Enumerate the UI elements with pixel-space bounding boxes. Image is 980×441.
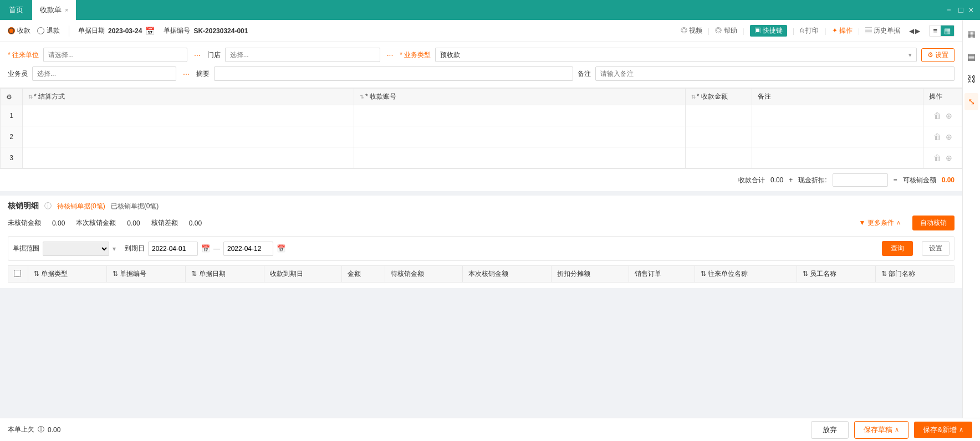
employee-input[interactable]: [32, 66, 176, 81]
date-from-calendar-icon[interactable]: 📅: [201, 244, 210, 253]
store-label: 门店: [207, 50, 221, 60]
row1-remark[interactable]: [752, 105, 923, 126]
row1-copy-icon[interactable]: ⊕: [946, 111, 952, 120]
nav-home[interactable]: 首页: [0, 0, 32, 20]
row2-copy-icon[interactable]: ⊕: [946, 132, 952, 141]
row3-delete-icon[interactable]: 🗑: [933, 153, 941, 162]
this-doc-info-icon[interactable]: ⓘ: [38, 425, 44, 434]
col-pending-amount: 待核销金额: [385, 266, 462, 283]
row1-actions: 🗑 ⊕: [923, 105, 962, 126]
writeoff-stats: 未核销金额 0.00 本次核销金额 0.00 核销差额 0.00 ▼ 更多条件 …: [8, 216, 955, 230]
calendar-icon[interactable]: 📅: [145, 27, 155, 35]
help-btn[interactable]: ◎ 帮助: [715, 26, 737, 35]
row1-delete-icon[interactable]: 🗑: [933, 111, 941, 120]
row2-settlement[interactable]: [23, 126, 354, 147]
due-date-label: 到期日: [125, 244, 145, 253]
row1-account[interactable]: [354, 105, 685, 126]
row1-amount[interactable]: [685, 105, 752, 126]
biztype-dropdown-icon[interactable]: ▾: [908, 52, 912, 59]
col-sales-order: 销售订单: [629, 266, 695, 283]
settings-button[interactable]: ⚙ 设置: [921, 48, 955, 62]
partner-more-btn[interactable]: ···: [192, 50, 203, 59]
history-btn[interactable]: ▤ 历史单据: [865, 26, 900, 35]
nav-prev-icon[interactable]: ◀: [909, 27, 914, 35]
filter-row: 单据范围 ▾ 到期日 📅 — 📅 查询 设置: [8, 236, 955, 261]
row3-copy-icon[interactable]: ⊕: [946, 153, 952, 162]
query-button[interactable]: 查询: [882, 241, 913, 256]
doc-num-info: 单据编号 SK-20230324-001: [164, 26, 248, 35]
writeoff-header: 核销明细 ⓘ 待核销单据(0笔) 已核销单据(0笔): [8, 201, 955, 211]
abandon-button[interactable]: 放弃: [811, 421, 849, 439]
radio-shoukuan[interactable]: 收款: [8, 26, 30, 35]
col-amount: ⇅* 收款金额: [685, 89, 752, 105]
store-input[interactable]: [225, 48, 380, 62]
operate-btn[interactable]: ✦ 操作: [832, 26, 853, 35]
right-sidebar: ▦ ▤ ⛓ ⤡: [962, 20, 980, 441]
row3-remark[interactable]: [752, 147, 923, 168]
save-draft-label: 保存草稿: [864, 425, 892, 435]
summary-input[interactable]: [214, 66, 573, 81]
more-conditions-btn[interactable]: ▼ 更多条件 ∧: [859, 218, 901, 228]
store-more-btn[interactable]: ···: [385, 50, 396, 59]
sidebar-doc-icon[interactable]: ▤: [964, 48, 979, 65]
nav-next-icon[interactable]: ▶: [915, 27, 920, 35]
col-settings[interactable]: ⚙: [1, 89, 23, 105]
radio-tuikuan[interactable]: 退款: [37, 26, 60, 35]
close-icon[interactable]: ×: [969, 6, 973, 14]
completed-tab[interactable]: 已核销单据(0笔): [111, 202, 159, 211]
range-dropdown-icon[interactable]: ▾: [113, 245, 116, 253]
maximize-icon[interactable]: □: [958, 6, 963, 14]
print-btn[interactable]: ⎙ 打印: [800, 26, 819, 35]
row2-delete-icon[interactable]: 🗑: [933, 132, 941, 141]
sidebar-link-icon[interactable]: ⛓: [964, 71, 979, 88]
view-list-btn[interactable]: ≡: [930, 25, 941, 36]
receipt-table-wrapper: ⚙ ⇅* 结算方式 ⇅* 收款账号 ⇅* 收款金额 备注 操作 1: [0, 88, 962, 191]
date-to-input[interactable]: [223, 242, 273, 256]
view-toggle: ≡ ▦: [929, 25, 955, 37]
minimize-icon[interactable]: －: [945, 5, 953, 15]
video-btn[interactable]: ◎ 视频: [681, 26, 702, 35]
sidebar-table-icon[interactable]: ▦: [964, 25, 979, 43]
save-draft-button[interactable]: 保存草稿 ∧: [854, 421, 908, 439]
partner-input[interactable]: [43, 48, 187, 62]
table-row: 3 🗑 ⊕: [1, 147, 962, 168]
view-grid-btn[interactable]: ▦: [941, 25, 954, 36]
stat-current-val: 0.00: [127, 219, 140, 227]
row3-settlement[interactable]: [23, 147, 354, 168]
writeoff-info-icon[interactable]: ⓘ: [44, 201, 52, 211]
row2-amount[interactable]: [685, 126, 752, 147]
summary-row: 收款合计 0.00 + 现金折扣: = 可核销金额 0.00: [0, 168, 962, 191]
date-to-calendar-icon[interactable]: 📅: [277, 244, 285, 253]
sidebar-expand-icon[interactable]: ⤡: [964, 93, 978, 110]
writeoff-title: 核销明细: [8, 201, 39, 211]
remark-input[interactable]: [595, 66, 955, 81]
stat-pending-label: 未核销金额: [8, 218, 41, 228]
shortcut-btn[interactable]: ▣ 快捷键: [750, 25, 787, 37]
row3-account[interactable]: [354, 147, 685, 168]
bottom-right-actions: 放弃 保存草稿 ∧ 保存&新增 ∧: [811, 421, 972, 439]
radio-shoukuan-label: 收款: [17, 26, 30, 35]
nav-active-tab[interactable]: 收款单 ×: [32, 0, 76, 20]
row2-account[interactable]: [354, 126, 685, 147]
row1-settlement[interactable]: [23, 105, 354, 126]
save-new-arrow-icon[interactable]: ∧: [959, 426, 963, 433]
save-draft-arrow-icon[interactable]: ∧: [895, 426, 899, 433]
date-from-input[interactable]: [148, 242, 198, 256]
writeoff-settings-button[interactable]: 设置: [922, 241, 950, 256]
col-doc-date: ⇅ 单据日期: [186, 266, 264, 283]
table-row: 2 🗑 ⊕: [1, 126, 962, 147]
select-all-checkbox[interactable]: [14, 270, 21, 277]
row2-remark[interactable]: [752, 126, 923, 147]
auto-writeoff-button[interactable]: 自动核销: [912, 216, 955, 230]
stat-diff-label: 核销差额: [151, 218, 178, 228]
employee-more-btn[interactable]: ···: [181, 69, 192, 78]
save-new-button[interactable]: 保存&新增 ∧: [914, 422, 972, 438]
pending-tab[interactable]: 待核销单据(0笔): [57, 202, 105, 211]
doc-date-label: 单据日期: [78, 26, 105, 35]
row3-amount[interactable]: [685, 147, 752, 168]
close-tab-icon[interactable]: ×: [65, 7, 68, 13]
stat-current-label: 本次核销金额: [76, 218, 116, 228]
range-select[interactable]: [43, 242, 109, 256]
discount-input[interactable]: [833, 173, 888, 187]
col-remark: 备注: [752, 89, 923, 105]
